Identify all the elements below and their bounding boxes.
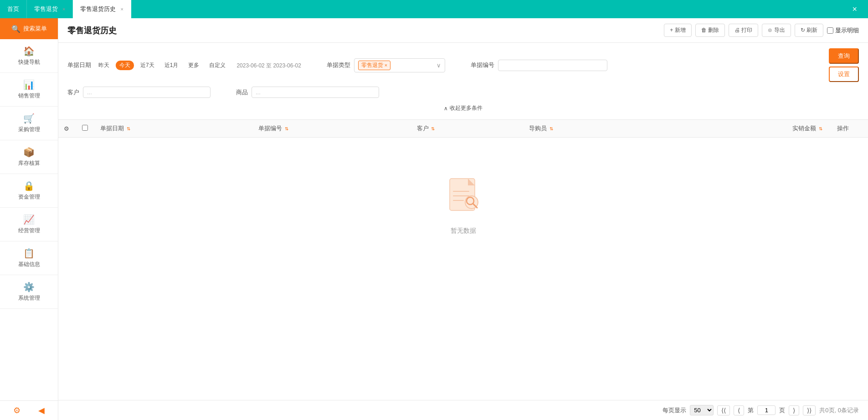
delete-button[interactable]: 🗑 删除	[695, 24, 725, 37]
tab-retail-return-label: 零售退货	[34, 5, 58, 13]
page-next-button[interactable]: ⟩	[789, 405, 799, 415]
empty-icon	[441, 174, 486, 220]
voucher-input[interactable]	[498, 60, 607, 71]
settings-button[interactable]: 设置	[829, 67, 859, 82]
col-customer-sort-icon: ⇅	[431, 126, 435, 131]
col-amount[interactable]: 实销金额 ⇅	[659, 120, 832, 138]
sidebar-footer: ⚙ ◀	[0, 400, 58, 420]
sales-icon: 📊	[23, 79, 35, 90]
col-guide-label: 导购员	[529, 125, 547, 132]
sidebar-item-basic-label: 基础信息	[18, 261, 40, 268]
sidebar-item-ops-label: 经营管理	[18, 227, 40, 235]
col-settings[interactable]: ⚙	[58, 120, 77, 138]
sidebar-item-inventory[interactable]: 📦 库存核算	[0, 140, 58, 174]
pagination-bar: 每页显示 20 50 100 ⟨⟨ ⟨ 第 页 ⟩ ⟩⟩ 共0页, 0条记录	[58, 400, 868, 420]
col-customer[interactable]: 客户 ⇅	[411, 120, 524, 138]
ops-icon: 📈	[23, 214, 35, 225]
refresh-button[interactable]: ↻ 刷新	[795, 24, 823, 37]
page-total-info: 共0页, 0条记录	[819, 406, 859, 415]
customer-input[interactable]	[83, 87, 211, 98]
date-btn-custom[interactable]: 自定义	[205, 61, 229, 70]
finance-icon: 🔒	[23, 180, 35, 191]
collapse-button[interactable]: ∧ 收起更多条件	[444, 104, 483, 112]
collapse-icon: ∧	[444, 105, 448, 112]
tab-retail-return-close[interactable]: ×	[62, 6, 65, 12]
top-bar-right: ×	[841, 5, 868, 14]
sidebar: 🔍 搜索菜单 🏠 快捷导航 📊 销售管理 🛒 采购管理 📦 库存核算 🔒	[0, 18, 58, 420]
sidebar-item-basic-info[interactable]: 📋 基础信息	[0, 241, 58, 275]
quick-nav-icon: 🏠	[23, 46, 35, 56]
table-body: 暂无数据	[58, 138, 868, 272]
tab-home[interactable]: 首页	[0, 0, 27, 18]
empty-state: 暂无数据	[58, 138, 868, 271]
sidebar-item-finance-mgmt[interactable]: 🔒 资金管理	[0, 174, 58, 208]
sidebar-search[interactable]: 🔍 搜索菜单	[0, 18, 58, 39]
sidebar-item-sys-mgmt[interactable]: ⚙️ 系统管理	[0, 275, 58, 309]
sidebar-menu: 🏠 快捷导航 📊 销售管理 🛒 采购管理 📦 库存核算 🔒 资金管理 📈	[0, 39, 58, 400]
toolbar: + 新增 🗑 删除 🖨 打印 ⊙ 导出 ↻ 刷新 显示明细	[664, 24, 859, 37]
data-table: ⚙ 单据日期 ⇅ 单据编号 ⇅ 客户	[58, 120, 868, 271]
sidebar-item-sales-mgmt[interactable]: 📊 销售管理	[0, 73, 58, 107]
col-op: 操作	[832, 120, 868, 138]
type-selector[interactable]: 零售退货 × ∨	[354, 58, 445, 72]
col-date[interactable]: 单据日期 ⇅	[95, 120, 253, 138]
show-detail-label: 显示明细	[835, 26, 859, 35]
page-size-label: 每页显示	[663, 406, 686, 415]
filter-area: 单据日期 昨天 今天 近7天 近1月 更多 自定义 2023-06-02 至 2…	[58, 43, 868, 120]
show-detail-row: 显示明细	[827, 26, 859, 35]
sidebar-item-quick-nav-label: 快捷导航	[18, 58, 40, 66]
query-button[interactable]: 查询	[829, 48, 859, 64]
basic-info-icon: 📋	[23, 248, 35, 259]
type-selector-arrow-icon: ∨	[437, 62, 441, 69]
new-button[interactable]: + 新增	[664, 24, 691, 37]
col-date-label: 单据日期	[100, 125, 124, 132]
main-layout: 🔍 搜索菜单 🏠 快捷导航 📊 销售管理 🛒 采购管理 📦 库存核算 🔒	[0, 18, 868, 420]
sys-icon: ⚙️	[23, 282, 35, 292]
col-voucher-sort-icon: ⇅	[285, 126, 288, 131]
type-filter: 单据类型 零售退货 × ∨	[327, 58, 445, 72]
date-btn-today[interactable]: 今天	[116, 61, 134, 70]
search-icon: 🔍	[11, 25, 21, 33]
sidebar-collapse-button[interactable]: ◀	[38, 405, 45, 415]
show-detail-checkbox[interactable]	[827, 27, 833, 34]
sidebar-search-label: 搜索菜单	[23, 25, 47, 33]
tab-list: 首页 零售退货 × 零售退货历史 ×	[0, 0, 841, 18]
page-size-select[interactable]: 20 50 100	[690, 405, 714, 415]
date-btn-more[interactable]: 更多	[185, 61, 203, 70]
select-all-checkbox[interactable]	[82, 125, 88, 131]
export-button[interactable]: ⊙ 导出	[762, 24, 791, 37]
col-op-label: 操作	[837, 125, 849, 132]
filter-row-1: 单据日期 昨天 今天 近7天 近1月 更多 自定义 2023-06-02 至 2…	[67, 48, 859, 82]
sidebar-settings-button[interactable]: ⚙	[13, 405, 21, 415]
sidebar-item-quick-nav[interactable]: 🏠 快捷导航	[0, 39, 58, 73]
date-btn-7days[interactable]: 近7天	[137, 61, 158, 70]
page-first-button[interactable]: ⟨⟨	[717, 405, 730, 415]
tab-retail-return-history-label: 零售退货历史	[80, 5, 116, 13]
page-unit: 页	[779, 406, 785, 415]
tab-retail-return[interactable]: 零售退货 ×	[27, 0, 73, 18]
sidebar-item-ops-mgmt[interactable]: 📈 经营管理	[0, 208, 58, 241]
col-guide[interactable]: 导购员 ⇅	[524, 120, 659, 138]
col-voucher[interactable]: 单据编号 ⇅	[253, 120, 411, 138]
filter-row-2: 客户 商品	[67, 87, 859, 98]
empty-text: 暂无数据	[451, 227, 476, 235]
page-header: 零售退货历史 + 新增 🗑 删除 🖨 打印 ⊙ 导出 ↻ 刷新 显示明细	[58, 18, 868, 43]
type-tag-close[interactable]: ×	[385, 62, 387, 68]
window-close-button[interactable]: ×	[848, 5, 861, 14]
date-btn-1month[interactable]: 近1月	[161, 61, 182, 70]
goods-input[interactable]	[252, 87, 379, 98]
tab-retail-return-history[interactable]: 零售退货历史 ×	[73, 0, 131, 18]
empty-row: 暂无数据	[58, 138, 868, 272]
col-voucher-label: 单据编号	[258, 125, 282, 132]
sidebar-item-purchase-mgmt[interactable]: 🛒 采购管理	[0, 107, 58, 140]
tab-retail-return-history-close[interactable]: ×	[120, 6, 123, 12]
table-header-row: ⚙ 单据日期 ⇅ 单据编号 ⇅ 客户	[58, 120, 868, 138]
page-prev-button[interactable]: ⟨	[734, 405, 744, 415]
sidebar-item-sales-label: 销售管理	[18, 92, 40, 100]
date-range-text: 2023-06-02 至 2023-06-02	[236, 62, 301, 70]
print-button[interactable]: 🖨 打印	[729, 24, 758, 37]
page-number-input[interactable]	[757, 405, 776, 415]
date-btn-yesterday[interactable]: 昨天	[95, 61, 113, 70]
col-amount-label: 实销金额	[792, 125, 816, 132]
page-last-button[interactable]: ⟩⟩	[803, 405, 816, 415]
